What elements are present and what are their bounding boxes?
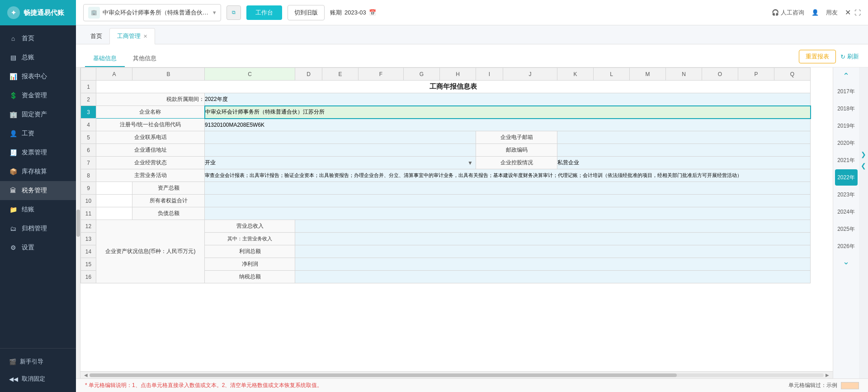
tab-close-icon[interactable]: ✕	[143, 33, 147, 39]
postcode-value[interactable]	[557, 144, 811, 157]
collapse-right-button[interactable]: ❯	[861, 149, 866, 160]
guide-label: 新手引导	[20, 358, 43, 366]
assets-value[interactable]	[205, 182, 811, 195]
refresh-button[interactable]: ↻ 刷新	[840, 53, 859, 61]
year-item-2019[interactable]: 2019年	[835, 118, 858, 134]
year-item-2022[interactable]: 2022年	[835, 169, 858, 186]
subtab-other[interactable]: 其他信息	[125, 51, 165, 67]
year-item-2020[interactable]: 2020年	[835, 135, 858, 151]
sidebar: ✦ 畅捷通易代账 ⌂ 首页 ▤ 总账 📊 报表中心 💲 资金管理 🏢 固定资产 …	[0, 0, 76, 392]
subtab-basic[interactable]: 基础信息	[85, 51, 125, 67]
ledger-icon: ▤	[9, 53, 17, 62]
sidebar-item-reports[interactable]: 📊 报表中心	[0, 67, 76, 86]
year-item-2021[interactable]: 2021年	[835, 152, 858, 168]
table-row: 12 企业资产状况信息(币种：人民币万元) 营业总收入	[81, 220, 811, 233]
sidebar-item-inventory[interactable]: 📦 库存核算	[0, 162, 76, 181]
company-name: 中审众环会计师事务所（特殊普通合伙…	[103, 9, 208, 17]
year-item-2018[interactable]: 2018年	[835, 100, 858, 117]
hscroll-thumb[interactable]	[90, 373, 677, 377]
row-num-7: 7	[81, 157, 96, 169]
unpin-sidebar[interactable]: ◀◀ 取消固定	[0, 370, 76, 387]
year-down-arrow[interactable]: ⌄	[841, 255, 851, 268]
sidebar-item-label: 库存核算	[22, 167, 47, 176]
status-bar: * 单元格编辑说明：1、点击单元格直接录入数值或文本。2、清空单元格数值或文本恢…	[76, 378, 868, 392]
biz-status-value[interactable]: 开业 ▼	[205, 157, 476, 169]
net-profit-value[interactable]	[295, 258, 811, 271]
new-user-guide[interactable]: 🎬 新手引导	[0, 353, 76, 370]
assets-icon: 🏢	[9, 110, 17, 119]
reset-report-button[interactable]: 重置报表	[799, 50, 836, 63]
year-item-2017[interactable]: 2017年	[835, 83, 858, 100]
hscroll-bar[interactable]: ◀ ▶	[80, 371, 833, 378]
phone-value[interactable]	[205, 131, 476, 144]
sidebar-item-salary[interactable]: 👤 工资	[0, 124, 76, 143]
period-value-cell[interactable]: 2022年度	[205, 93, 811, 106]
tab-commerce[interactable]: 工商管理 ✕	[109, 28, 155, 44]
company-selector[interactable]: 🏢 中审众环会计师事务所（特殊普通合伙… ▾	[83, 4, 221, 21]
window-controls: ✕ ⛶	[845, 8, 861, 17]
year-item-2024[interactable]: 2024年	[835, 204, 858, 220]
sidebar-item-close[interactable]: 📁 结账	[0, 200, 76, 219]
biz-status-label: 企业经营状态	[96, 157, 205, 169]
invoice-icon: 🧾	[9, 148, 17, 157]
inventory-icon: 📦	[9, 167, 17, 176]
scroll-left-arrow[interactable]: ◀	[82, 372, 90, 379]
switch-version-button[interactable]: 切到旧版	[288, 5, 325, 20]
sidebar-item-label: 结账	[22, 206, 34, 214]
reg-value[interactable]: 91320100MA208E5W6K	[205, 119, 811, 131]
year-item-2026[interactable]: 2026年	[835, 238, 858, 254]
workbench-button[interactable]: 工作台	[246, 5, 282, 20]
tax-total-label: 纳税总额	[205, 271, 295, 283]
scroll-right-arrow[interactable]: ▶	[824, 372, 831, 379]
company-name-value[interactable]: 中审众环会计师事务所（特殊普通合伙）江苏分所	[205, 106, 811, 119]
year-item-2023[interactable]: 2023年	[835, 186, 858, 203]
phone-label: 企业联系电话	[96, 131, 205, 144]
email-value[interactable]	[557, 131, 811, 144]
address-value[interactable]	[205, 144, 476, 157]
sidebar-item-ledger[interactable]: ▤ 总账	[0, 48, 76, 67]
close-icon[interactable]: ✕	[845, 8, 851, 17]
close-books-icon: 📁	[9, 206, 17, 214]
calendar-icon[interactable]: 📅	[369, 9, 376, 16]
sidebar-item-assets[interactable]: 🏢 固定资产	[0, 105, 76, 124]
col-header-I: I	[476, 68, 503, 81]
year-up-arrow[interactable]: ⌃	[841, 69, 851, 83]
col-header-G: G	[404, 68, 440, 81]
stock-value[interactable]: 私营企业	[557, 157, 811, 169]
expand-left-button[interactable]: ❮	[861, 160, 866, 172]
table-row: 8 主营业务活动 审查企业会计报表；出具审计报告；验证企业资本；出具验资报告；办…	[81, 169, 811, 182]
sidebar-item-label: 资金管理	[22, 91, 47, 100]
postcode-label: 邮政编码	[476, 144, 557, 157]
row-num-3: 3	[81, 106, 96, 119]
spreadsheet-container[interactable]: A B C D E F G H I J K L	[80, 67, 833, 371]
tax-total-value[interactable]	[295, 271, 811, 283]
sidebar-item-invoice[interactable]: 🧾 发票管理	[0, 143, 76, 162]
main-biz-value[interactable]: 审查企业会计报表；出具审计报告；验证企业资本；出具验资报告；办理企业合并、分立、…	[205, 169, 811, 182]
salary-icon: 👤	[9, 129, 17, 138]
total-revenue-value[interactable]	[295, 220, 811, 233]
main-revenue-value[interactable]	[295, 233, 811, 245]
total-revenue-label: 营业总收入	[205, 220, 295, 233]
total-profit-value[interactable]	[295, 245, 811, 258]
collapse-panel: ❯ ❮	[859, 67, 868, 378]
year-item-2025[interactable]: 2025年	[835, 221, 858, 237]
sidebar-item-archive[interactable]: 🗂 归档管理	[0, 219, 76, 238]
tab-home[interactable]: 首页	[83, 29, 109, 44]
corner-cell	[81, 68, 96, 81]
sidebar-item-tax[interactable]: 🏛 税务管理	[0, 181, 76, 200]
col-header-M: M	[630, 68, 666, 81]
sidebar-item-home[interactable]: ⌂ 首页	[0, 29, 76, 48]
maximize-icon[interactable]: ⛶	[854, 9, 861, 16]
subtab-actions: 重置报表 ↻ 刷新	[799, 50, 859, 67]
title-cell[interactable]: 工商年报信息表	[96, 81, 811, 93]
hscroll-track[interactable]	[90, 373, 824, 377]
liability-value[interactable]	[205, 207, 811, 220]
equity-value[interactable]	[205, 195, 811, 207]
sidebar-item-finance[interactable]: 💲 资金管理	[0, 86, 76, 105]
equity-label: 所有者权益合计	[132, 195, 205, 207]
sidebar-item-settings[interactable]: ⚙ 设置	[0, 238, 76, 257]
user-service-button[interactable]: 🎧 人工咨询	[772, 9, 804, 17]
guide-icon: 🎬	[9, 359, 16, 365]
copy-button[interactable]: ⧉	[226, 5, 241, 20]
col-header-A: A	[96, 68, 132, 81]
